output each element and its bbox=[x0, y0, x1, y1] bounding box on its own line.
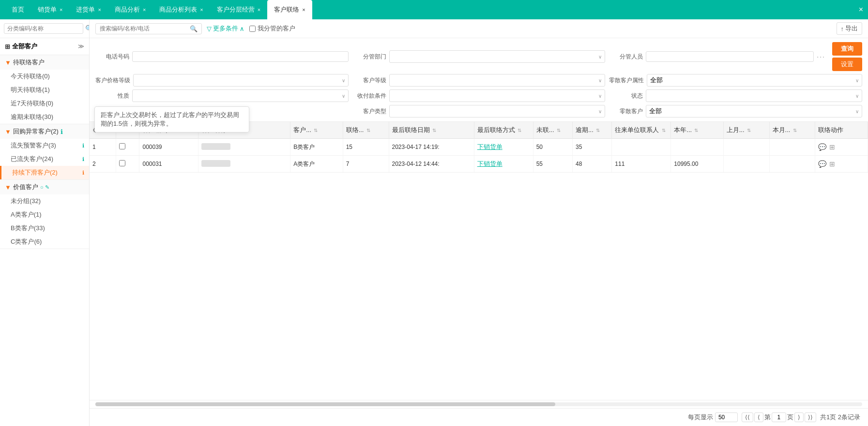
more-icon-1[interactable]: ⊞ bbox=[829, 160, 835, 168]
cell-check-1[interactable] bbox=[116, 156, 139, 173]
sidebar-item-overdue[interactable]: 逾期未联络(30) bbox=[0, 110, 89, 124]
close-tab-product-analysis[interactable]: × bbox=[143, 7, 146, 13]
tab-home[interactable]: 首页 bbox=[5, 0, 31, 19]
cell-thisyear-1: 10995.00 bbox=[671, 156, 723, 173]
manager-dots[interactable]: ··· bbox=[817, 53, 825, 60]
cell-lastmonth-0 bbox=[723, 139, 769, 156]
sort-thisyear-icon: ⇅ bbox=[694, 128, 698, 133]
more-icon-0[interactable]: ⊞ bbox=[829, 143, 835, 151]
sidebar-item-lost-warning[interactable]: 流失预警客户(3) ℹ bbox=[0, 139, 89, 152]
tab-sales-order[interactable]: 销货单 × bbox=[31, 0, 69, 19]
close-tab-sales-order[interactable]: × bbox=[60, 7, 62, 13]
th-lastway[interactable]: 最后联络方式 ⇅ bbox=[474, 122, 533, 139]
my-customers-checkbox[interactable] bbox=[249, 26, 256, 32]
sidebar-group-repurchase-title[interactable]: ▼ 回购异常客户(2) ℹ bbox=[0, 124, 89, 139]
retail-attr-arrow: ∨ bbox=[855, 78, 859, 83]
filter-bar-top: 🔍 ▽ 更多条件 ∧ 我分管的客户 ↑ 导出 bbox=[90, 19, 868, 38]
tab-customer-contact[interactable]: 客户联络 × bbox=[267, 0, 312, 19]
sidebar-item-unclassified[interactable]: 未分组(32) bbox=[0, 194, 89, 208]
sidebar-group-pending-title[interactable]: ▼ 待联络客户 bbox=[0, 55, 89, 70]
export-button[interactable]: ↑ 导出 bbox=[837, 22, 863, 35]
sidebar-item-declining[interactable]: 持续下滑客户(2) ℹ bbox=[0, 166, 89, 179]
sidebar-item-tomorrow[interactable]: 明天待联络(1) bbox=[0, 83, 89, 97]
sidebar-item-class-b[interactable]: B类客户(33) bbox=[0, 221, 89, 235]
customer-type-select[interactable]: ∨ bbox=[389, 105, 606, 118]
tab-product-analysis-list[interactable]: 商品分析列表 × bbox=[152, 0, 210, 19]
sidebar-search-input[interactable] bbox=[4, 23, 83, 34]
contact-icon-0[interactable]: 💬 bbox=[818, 143, 826, 151]
retail-customer-select[interactable]: 全部 ∨ bbox=[646, 105, 862, 118]
sidebar-collapse-icon[interactable]: ≫ bbox=[78, 43, 84, 50]
close-tab-product-analysis-list[interactable]: × bbox=[200, 7, 203, 13]
th-contact[interactable]: 联络... ⇅ bbox=[343, 122, 389, 139]
close-tab-customer-tier[interactable]: × bbox=[258, 7, 260, 13]
row-checkbox-1[interactable] bbox=[119, 160, 125, 166]
cell-check-0[interactable] bbox=[116, 139, 139, 156]
customer-level-select[interactable]: ∨ bbox=[389, 74, 606, 87]
cell-nocontact-1: 55 bbox=[533, 156, 572, 173]
filter-phone: 电话号码 bbox=[95, 42, 349, 71]
search-input[interactable] bbox=[100, 25, 188, 32]
cell-thismonth-0 bbox=[769, 139, 815, 156]
cell-level-0: B类客户 bbox=[290, 139, 343, 156]
manager-input[interactable] bbox=[646, 51, 814, 62]
sidebar-search-icon[interactable]: 🔍 bbox=[85, 25, 90, 32]
price-level-select[interactable]: ∨ bbox=[133, 74, 349, 87]
th-thisyear[interactable]: 本年... ⇅ bbox=[671, 122, 723, 139]
query-button[interactable]: 查询 bbox=[832, 42, 862, 56]
info-icon-repurchase[interactable]: ℹ bbox=[61, 128, 63, 135]
circle-icon-value[interactable]: ○ bbox=[40, 184, 44, 191]
th-relation[interactable]: 往来单位联系人 ⇅ bbox=[612, 122, 671, 139]
contact-icon-1[interactable]: 💬 bbox=[818, 160, 826, 168]
retail-attr-select[interactable]: 全部 ∨ bbox=[647, 74, 862, 87]
close-all-tabs[interactable]: × bbox=[859, 5, 863, 14]
tab-customer-tier[interactable]: 客户分层经营 × bbox=[210, 0, 267, 19]
sort-overdue-icon: ⇅ bbox=[596, 128, 600, 133]
sidebar-group-value-title[interactable]: ▼ 价值客户 ○ ✎ bbox=[0, 180, 89, 194]
lastway-link-1[interactable]: 下销货单 bbox=[477, 160, 503, 167]
horizontal-scrollbar[interactable] bbox=[95, 402, 862, 406]
th-overdue[interactable]: 逾期... ⇅ bbox=[573, 122, 612, 139]
more-conditions-btn[interactable]: ▽ 更多条件 ∧ bbox=[207, 24, 244, 33]
sidebar-item-class-c[interactable]: C类客户(6) bbox=[0, 235, 89, 249]
nature-select[interactable]: ∨ bbox=[132, 89, 349, 102]
sidebar-group-repurchase: ▼ 回购异常客户(2) ℹ 流失预警客户(3) ℹ 已流失客户(24) ℹ 持续… bbox=[0, 124, 89, 180]
th-thismonth[interactable]: 本月... ⇅ bbox=[769, 122, 815, 139]
prev-page-button[interactable]: ⟨ bbox=[754, 412, 763, 422]
edit-icon-value[interactable]: ✎ bbox=[45, 184, 49, 191]
info-icon-lost-warning[interactable]: ℹ bbox=[82, 143, 84, 149]
search-bar-icon[interactable]: 🔍 bbox=[190, 25, 198, 32]
next-page-button[interactable]: ⟩ bbox=[794, 412, 804, 422]
status-select[interactable]: ∨ bbox=[646, 89, 862, 102]
page-number-input[interactable] bbox=[772, 412, 786, 422]
info-icon-declining[interactable]: ℹ bbox=[82, 170, 84, 176]
cell-lastway-1[interactable]: 下销货单 bbox=[474, 156, 533, 173]
sidebar-item-lost[interactable]: 已流失客户(24) ℹ bbox=[0, 152, 89, 166]
cell-code-1: 000031 bbox=[139, 156, 198, 173]
sidebar-all-customers[interactable]: ⊞ 全部客户 ≫ bbox=[0, 38, 89, 55]
cell-lastway-0[interactable]: 下销货单 bbox=[474, 139, 533, 156]
close-tab-purchase-order[interactable]: × bbox=[98, 7, 101, 13]
th-lastdate[interactable]: 最后联络日期 ⇅ bbox=[389, 122, 474, 139]
sidebar-item-today[interactable]: 今天待联络(0) bbox=[0, 70, 89, 83]
tab-product-analysis[interactable]: 商品分析 × bbox=[108, 0, 152, 19]
sidebar-item-7days[interactable]: 近7天待联络(0) bbox=[0, 97, 89, 110]
phone-input[interactable] bbox=[132, 51, 349, 62]
tab-purchase-order[interactable]: 进货单 × bbox=[69, 0, 107, 19]
last-page-button[interactable]: ⟩⟩ bbox=[805, 412, 816, 422]
th-nocontact[interactable]: 未联... ⇅ bbox=[533, 122, 572, 139]
dept-select[interactable]: ∨ bbox=[389, 50, 606, 63]
sidebar-item-class-a[interactable]: A类客户(1) bbox=[0, 208, 89, 221]
settings-button[interactable]: 设置 bbox=[832, 58, 862, 71]
cell-action-1: 💬 ⊞ bbox=[815, 156, 868, 173]
row-checkbox-0[interactable] bbox=[119, 143, 125, 149]
scrollbar-thumb[interactable] bbox=[95, 402, 555, 406]
lastway-link-0[interactable]: 下销货单 bbox=[477, 143, 503, 150]
per-page-select[interactable]: 50 100 200 bbox=[715, 412, 738, 422]
close-tab-customer-contact[interactable]: × bbox=[302, 7, 305, 13]
th-level[interactable]: 客户... ⇅ bbox=[290, 122, 343, 139]
payment-select[interactable]: ∨ bbox=[389, 89, 606, 102]
first-page-button[interactable]: ⟨⟨ bbox=[742, 412, 753, 422]
info-icon-lost[interactable]: ℹ bbox=[82, 156, 84, 162]
th-lastmonth[interactable]: 上月... ⇅ bbox=[723, 122, 769, 139]
